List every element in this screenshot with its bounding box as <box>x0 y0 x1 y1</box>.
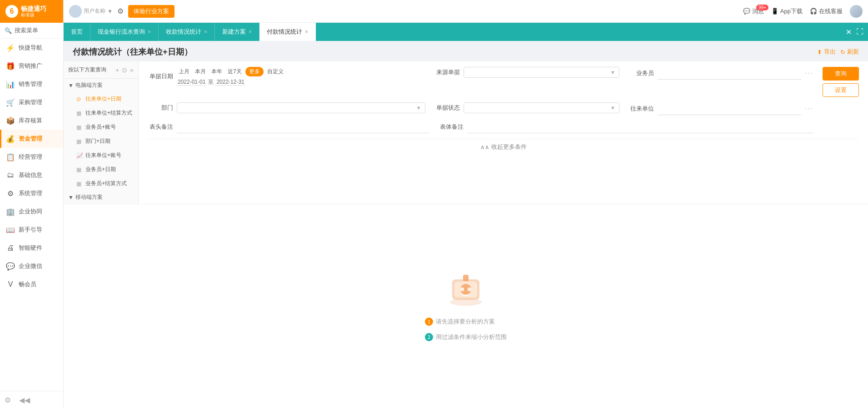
partner-dots[interactable]: ··· <box>805 105 813 113</box>
scheme-item-partner-date[interactable]: ⊙往来单位+日期 <box>64 92 138 106</box>
sidebar-item-inventory[interactable]: 📦库存核算 <box>0 111 63 130</box>
source-select[interactable]: ▼ <box>464 67 619 78</box>
sidebar-icon-enterprise: 🏢 <box>6 207 15 216</box>
query-btn[interactable]: 查询 <box>823 67 859 81</box>
sidebar-item-system[interactable]: ⚙系统管理 <box>0 184 63 202</box>
tab-bank-flow[interactable]: 现金银行流水查询× <box>90 23 159 41</box>
scheme-item-staff-settle[interactable]: ▦业务员+结算方式 <box>64 177 138 191</box>
scheme-item-staff-account[interactable]: ▦业务员+账号 <box>64 120 138 134</box>
date-btn-last-month[interactable]: 上月 <box>177 67 191 76</box>
date-start[interactable]: 2022-01-01 <box>177 79 206 86</box>
tab-receipt-stats[interactable]: 收款情况统计× <box>159 23 215 41</box>
tab-new-scheme[interactable]: 新建方案× <box>215 23 259 41</box>
scheme-item-partner-account[interactable]: 📈往来单位+账号 <box>64 148 138 162</box>
sidebar-collapse-icon[interactable]: ◀◀ <box>19 396 30 404</box>
svg-rect-4 <box>460 288 464 291</box>
scheme-add-icon[interactable]: + <box>115 66 119 74</box>
staff-dots[interactable]: ··· <box>805 69 813 77</box>
scheme-category-label: 移动端方案 <box>75 193 103 201</box>
scheme-item-label-partner-account: 往来单位+账号 <box>85 151 121 159</box>
filter-doc-status: 单据状态 ▼ <box>434 102 619 113</box>
sidebar-icon-member: V <box>6 280 15 289</box>
tab-close-payment-stats[interactable]: × <box>305 29 308 35</box>
topbar-gear-icon[interactable]: ⚙ <box>117 7 124 15</box>
export-label: 导出 <box>824 48 836 56</box>
sidebar-item-hardware[interactable]: 🖨智能硬件 <box>0 239 63 257</box>
sidebar-label-purchase: 采购管理 <box>19 98 42 106</box>
topbar-user[interactable]: 用户名称 ▼ <box>69 5 113 18</box>
filter-partner: 往来单位 ··· <box>629 102 813 115</box>
tab-home[interactable]: 首页 <box>64 23 90 41</box>
tab-label-receipt-stats: 收款情况统计 <box>166 28 201 36</box>
settings-btn[interactable]: 设置 <box>823 83 859 97</box>
trial-btn[interactable]: 体验行业方案 <box>128 5 175 18</box>
sidebar-item-base-info[interactable]: 🗂基础信息 <box>0 166 63 184</box>
date-btn-this-year[interactable]: 本年 <box>210 67 224 76</box>
tip-num-2: 2 <box>425 333 433 341</box>
sidebar-item-sales[interactable]: 📊销售管理 <box>0 75 63 93</box>
scheme-item-staff-date[interactable]: ▦业务员+日期 <box>64 162 138 177</box>
sidebar-item-member[interactable]: V畅会员 <box>0 275 63 293</box>
sidebar-item-purchase[interactable]: 🛒采购管理 <box>0 93 63 111</box>
doc-status-select[interactable]: ▼ <box>464 102 619 113</box>
messages-badge: 99+ <box>756 5 768 10</box>
date-label: 单据日期 <box>148 72 173 81</box>
scheme-item-partner-settle[interactable]: ▦往来单位+结算方式 <box>64 106 138 120</box>
scheme-settings-icon[interactable]: ⊙ <box>122 66 127 74</box>
page-actions: ⬆ 导出 ↻ 刷新 <box>817 48 859 56</box>
empty-tips: 1 请先选择要分析的方案 2 用过滤条件来缩小分析范围 <box>425 316 507 343</box>
date-btn-more[interactable]: 更多 <box>245 67 264 76</box>
sidebar-item-wechat[interactable]: 💬企业微信 <box>0 257 63 275</box>
scheme-collapse-icon[interactable]: « <box>130 66 134 74</box>
scheme-item-icon-partner-settle: ▦ <box>76 110 83 116</box>
sidebar-item-marketing[interactable]: 🎁营销推广 <box>0 57 63 75</box>
tab-close-receipt-stats[interactable]: × <box>204 29 207 35</box>
svg-rect-6 <box>463 275 469 281</box>
tab-label-bank-flow: 现金银行流水查询 <box>98 28 145 36</box>
page-header: 付款情况统计（往来单位+日期） ⬆ 导出 ↻ 刷新 <box>64 41 868 61</box>
topbar: 用户名称 ▼ ⚙ 体验行业方案 💬 消息 99+ 📱 App下载 🎧 在线客服 <box>64 0 868 23</box>
date-btn-this-month[interactable]: 本月 <box>193 67 208 76</box>
sidebar-item-enterprise[interactable]: 🏢企业协同 <box>0 202 63 221</box>
collapse-bar[interactable]: ∧∧ 收起更多条件 <box>148 139 859 155</box>
scheme-item-dept-date[interactable]: ▦部门+日期 <box>64 134 138 148</box>
sidebar-item-quick-nav[interactable]: ⚡快捷导航 <box>0 39 63 57</box>
export-btn[interactable]: ⬆ 导出 <box>817 48 836 56</box>
date-btn-custom[interactable]: 自定义 <box>265 67 285 76</box>
date-end[interactable]: 2022-12-31 <box>215 79 245 86</box>
user-avatar <box>69 5 82 18</box>
sidebar-search[interactable]: 🔍 搜索菜单 <box>0 23 63 39</box>
sidebar-label-base-info: 基础信息 <box>19 171 42 179</box>
scheme-items: ▼电脑端方案⊙往来单位+日期▦往来单位+结算方式▦业务员+账号▦部门+日期📈往来… <box>64 79 138 204</box>
dept-select[interactable]: ▼ <box>177 102 425 113</box>
scheme-category-移动端方案[interactable]: ▼移动端方案 <box>64 191 138 204</box>
content-body: 付款情况统计（往来单位+日期） ⬆ 导出 ↻ 刷新 按以下方案查询 <box>64 41 868 409</box>
refresh-icon: ↻ <box>840 49 845 56</box>
sidebar-settings-icon[interactable]: ⚙ <box>5 396 11 404</box>
sidebar-item-finance[interactable]: 💰资金管理 <box>0 130 63 148</box>
tab-payment-stats[interactable]: 付款情况统计× <box>259 23 316 41</box>
tab-close-new-scheme[interactable]: × <box>249 29 252 35</box>
tabs-right-actions: ✕ ⛶ <box>841 23 868 41</box>
tab-close-all-icon[interactable]: ✕ <box>846 28 852 36</box>
scheme-category-电脑端方案[interactable]: ▼电脑端方案 <box>64 79 138 92</box>
tab-expand-icon[interactable]: ⛶ <box>856 28 863 36</box>
messages-btn[interactable]: 💬 消息 99+ <box>743 7 764 15</box>
user-avatar-topbar[interactable] <box>850 5 863 18</box>
app-download-btn[interactable]: 📱 App下载 <box>771 7 803 15</box>
sidebar-item-operations[interactable]: 📋经营管理 <box>0 148 63 166</box>
filter-dept: 部门 ▼ <box>148 102 425 113</box>
tip-text-2: 用过滤条件来缩小分析范围 <box>436 331 507 343</box>
tabs-container: 首页现金银行流水查询×收款情况统计×新建方案×付款情况统计× <box>64 23 316 41</box>
sidebar-label-hardware: 智能硬件 <box>19 244 42 252</box>
sidebar-icon-inventory: 📦 <box>6 116 15 125</box>
online-service-btn[interactable]: 🎧 在线客服 <box>810 7 843 15</box>
date-btn-7days[interactable]: 近7天 <box>226 67 244 76</box>
refresh-btn[interactable]: ↻ 刷新 <box>840 48 859 56</box>
filter-section-inner: 按以下方案查询 + ⊙ « ▼电脑端方案⊙往来单位+日期▦往来单位+结算方式▦业… <box>64 61 868 204</box>
scheme-item-label-staff-account: 业务员+账号 <box>85 123 116 131</box>
sidebar-label-system: 系统管理 <box>19 189 42 197</box>
tab-close-bank-flow[interactable]: × <box>148 29 151 35</box>
collapse-label: 收起更多条件 <box>491 143 527 151</box>
sidebar-item-guide[interactable]: 📖新手引导 <box>0 221 63 239</box>
